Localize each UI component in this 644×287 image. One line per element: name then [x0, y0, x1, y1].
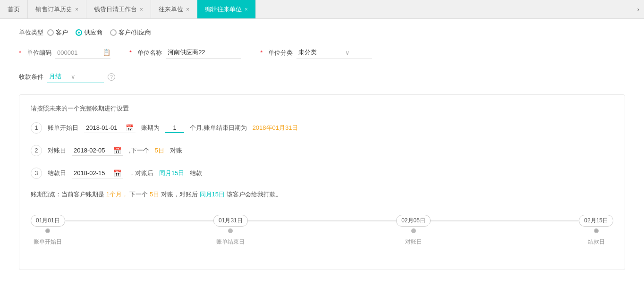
row-3-highlight: 同月15日: [159, 169, 184, 177]
unit-type-label: 单位类型: [19, 28, 43, 37]
row-1-suffix-label: 账期为: [141, 124, 160, 132]
chevron-down-icon: ∨: [345, 49, 350, 56]
unit-name-required: *: [129, 49, 132, 56]
row-1-date[interactable]: 📅: [84, 123, 136, 133]
chevron-right-icon: ›: [637, 6, 639, 13]
row-2-highlight: 5日: [155, 146, 164, 155]
tab-edit-counterpart-label: 编辑往来单位: [205, 5, 242, 14]
radio-both[interactable]: 客户/供应商: [110, 28, 151, 37]
timeline-dot-2: [411, 228, 416, 233]
timeline-bubble-1: 01月31日: [213, 215, 248, 227]
chevron-down-icon-2: ∨: [71, 73, 76, 80]
help-icon[interactable]: ?: [108, 73, 115, 81]
tab-bar: 首页 销售订单历史 × 钱货日清工作台 × 往来单位 × 编辑往来单位 × ›: [0, 0, 644, 19]
unit-type-radio-group: 客户 供应商 客户/供应商: [47, 28, 151, 37]
unit-category-label: 单位分类: [268, 49, 293, 57]
tab-cashier-label: 钱货日清工作台: [94, 5, 137, 14]
unit-code-required: *: [19, 49, 21, 56]
timeline-bubble-0: 01月01日: [31, 215, 65, 227]
timeline: 01月01日 账单开始日 01月31日 账单结束日 02月05日 对账日: [31, 210, 613, 260]
preview-highlight1: 1个月，: [106, 191, 128, 198]
unit-name-input[interactable]: [166, 47, 241, 59]
timeline-label-2: 对账日: [405, 238, 422, 246]
calendar-icon-2[interactable]: 📅: [113, 147, 121, 154]
preview-prefix: 账期预览：当前客户账期是: [31, 191, 104, 198]
tab-sales-history[interactable]: 销售订单历史 ×: [28, 0, 86, 18]
unit-code-field[interactable]: 000001 📋: [55, 47, 110, 59]
payment-condition-value: 月结: [49, 72, 61, 81]
card-title: 请按照未来的一个完整帐期进行设置: [31, 104, 613, 113]
main-content: 单位类型 客户 供应商 客户/供应商 * 单位编码 000001 📋: [0, 19, 644, 287]
timeline-point-3: 02月15日 结款日: [579, 215, 613, 246]
payment-condition-select[interactable]: 月结 ∨: [47, 70, 104, 83]
timeline-point-1: 01月31日 账单结束日: [213, 215, 248, 246]
setting-row-2: 2 对账日 📅 ,下一个 5日 对账: [31, 145, 613, 156]
row-3-date[interactable]: 📅: [72, 169, 123, 178]
unit-info-row: * 单位编码 000001 📋 * 单位名称 * 单位分类 未分类 ∨: [19, 46, 625, 59]
timeline-dot-3: [594, 228, 599, 233]
radio-customer[interactable]: 客户: [47, 28, 68, 37]
tab-edit-counterpart-close[interactable]: ×: [245, 6, 248, 13]
radio-customer-label: 客户: [56, 28, 68, 37]
preview-suffix: 该客户会给我打款。: [227, 191, 282, 198]
start-date-input[interactable]: [86, 124, 124, 131]
unit-type-row: 单位类型 客户 供应商 客户/供应商: [19, 28, 625, 37]
preview-mid2: 对账，对账后: [161, 191, 198, 198]
row-1-end-date: 2018年01月31日: [253, 124, 298, 132]
tab-counterpart-close[interactable]: ×: [186, 6, 189, 13]
row-num-2: 2: [31, 145, 42, 156]
tab-sales-history-label: 销售订单历史: [35, 5, 72, 14]
unit-code-label: 单位编码: [27, 49, 51, 57]
unit-code-input[interactable]: 000001: [55, 47, 102, 58]
unit-category-value: 未分类: [298, 48, 317, 57]
tab-more-button[interactable]: ›: [633, 0, 644, 18]
row-2-suffix: 对账: [170, 146, 182, 155]
row-2-date[interactable]: 📅: [72, 146, 123, 156]
radio-both-label: 客户/供应商: [119, 28, 151, 37]
unit-category-required: *: [260, 49, 263, 56]
radio-customer-circle: [47, 29, 54, 36]
timeline-label-3: 结款日: [588, 238, 605, 246]
row-3-label: 结款日: [48, 169, 66, 177]
tab-counterpart-label: 往来单位: [159, 5, 183, 14]
preview-mid1: 下一个: [129, 191, 148, 198]
tab-home[interactable]: 首页: [0, 0, 28, 18]
settlement-date-input[interactable]: [74, 169, 111, 177]
settings-card: 请按照未来的一个完整帐期进行设置 1 账单开始日 📅 账期为 个月,账单结束日期…: [19, 94, 625, 270]
preview-text: 账期预览：当前客户账期是 1个月， 下一个 5日 对账，对账后 同月15日 该客…: [31, 190, 613, 199]
timeline-label-1: 账单结束日: [216, 238, 245, 246]
row-3-suffix: 结款: [190, 169, 202, 177]
timeline-bubble-2: 02月05日: [396, 215, 431, 227]
payment-condition-row: 收款条件 月结 ∨ ?: [19, 70, 625, 83]
tab-edit-counterpart[interactable]: 编辑往来单位 ×: [197, 0, 256, 18]
timeline-label-0: 账单开始日: [34, 238, 62, 246]
timeline-bubble-3: 02月15日: [579, 215, 613, 227]
timeline-dot-1: [228, 228, 233, 233]
preview-highlight3: 同月15日: [200, 191, 225, 198]
calendar-icon-3[interactable]: 📅: [113, 169, 121, 177]
unit-category-select[interactable]: 未分类 ∨: [297, 46, 372, 59]
copy-icon[interactable]: 📋: [102, 49, 110, 56]
radio-supplier-circle: [76, 29, 82, 36]
reconcile-date-input[interactable]: [74, 147, 111, 154]
tab-counterpart[interactable]: 往来单位 ×: [151, 0, 197, 18]
radio-supplier-label: 供应商: [84, 28, 102, 37]
row-1-label: 账单开始日: [48, 124, 78, 132]
tab-sales-history-close[interactable]: ×: [75, 6, 78, 13]
tab-cashier[interactable]: 钱货日清工作台 ×: [86, 0, 151, 18]
row-1-period-unit: 个月,账单结束日期为: [190, 124, 247, 132]
row-2-label: 对账日: [48, 146, 66, 155]
row-3-prefix: ，对账后: [129, 169, 153, 177]
row-num-3: 3: [31, 168, 42, 179]
timeline-points: 01月01日 账单开始日 01月31日 账单结束日 02月05日 对账日: [31, 215, 613, 246]
radio-both-circle: [110, 29, 117, 36]
period-input[interactable]: [165, 123, 184, 133]
unit-name-label: 单位名称: [137, 49, 162, 57]
radio-supplier[interactable]: 供应商: [76, 28, 102, 37]
row-num-1: 1: [31, 122, 42, 134]
tab-cashier-close[interactable]: ×: [140, 6, 143, 13]
row-2-prefix: ,下一个: [129, 146, 149, 155]
timeline-point-2: 02月05日 对账日: [396, 215, 431, 246]
calendar-icon-1[interactable]: 📅: [126, 124, 134, 132]
setting-row-1: 1 账单开始日 📅 账期为 个月,账单结束日期为 2018年01月31日: [31, 122, 613, 134]
